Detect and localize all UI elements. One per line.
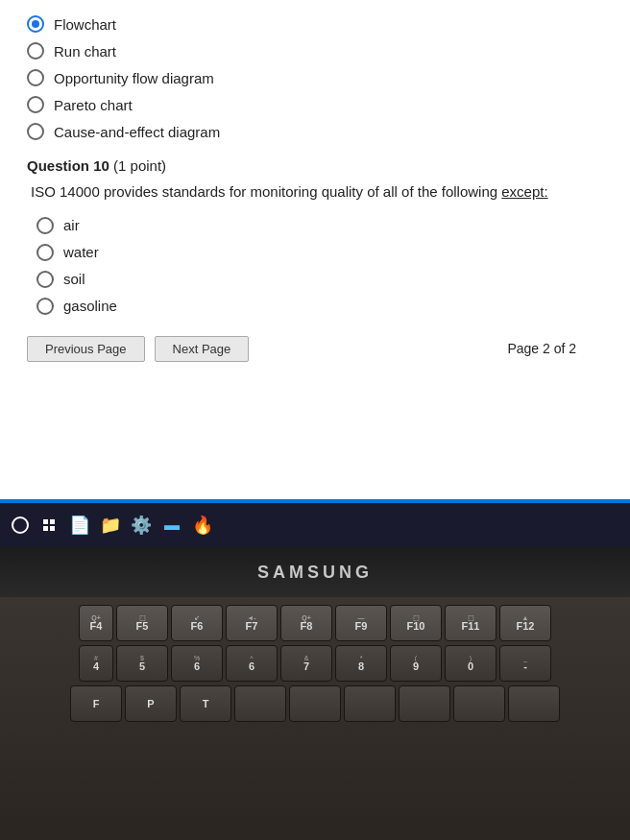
option-water-label: water [63, 244, 99, 260]
key-blank5[interactable] [453, 685, 505, 722]
option-soil-label: soil [63, 271, 85, 287]
radio-runchart[interactable] [27, 42, 44, 60]
radio-flowchart[interactable] [27, 15, 44, 33]
previous-page-button[interactable]: Previous Page [27, 336, 145, 362]
option-cause[interactable]: Cause-and-effect diagram [27, 123, 603, 140]
taskbar: 📄 📁 ⚙️ ▬ 🔥 [0, 501, 630, 547]
content-area: Flowchart Run chart Opportunity flow dia… [0, 0, 630, 499]
option-air[interactable]: air [36, 217, 603, 234]
key-blank3[interactable] [344, 685, 396, 722]
radio-gasoline[interactable] [36, 298, 54, 315]
question-10-section: Question 10 (1 point) ISO 14000 provides… [27, 157, 603, 315]
question-10-text: ISO 14000 provides standards for monitor… [31, 181, 603, 204]
key-6[interactable]: % 6 [171, 645, 223, 682]
key-blank6[interactable] [508, 685, 560, 722]
question-10-points: (1 point) [113, 157, 166, 174]
key-f12[interactable]: ▲ F12 [499, 605, 551, 641]
key-t[interactable]: T [180, 685, 231, 722]
key-f10[interactable]: ⬚ F10 [390, 605, 442, 641]
key-7[interactable]: & 7 [280, 645, 332, 682]
option-pareto[interactable]: Pareto chart [27, 96, 603, 113]
option-opportunity-label: Opportunity flow diagram [54, 70, 214, 86]
key-8[interactable]: * 8 [335, 645, 387, 682]
next-page-button[interactable]: Next Page [155, 336, 250, 362]
option-water[interactable]: water [36, 244, 603, 261]
option-gasoline[interactable]: gasoline [36, 298, 603, 315]
key-9[interactable]: ( 9 [390, 645, 442, 682]
browser-icon[interactable]: 🔥 [192, 515, 213, 536]
question-10-options: air water soil gasoline [36, 217, 603, 315]
radio-water[interactable] [36, 244, 54, 261]
key-blank2[interactable] [289, 685, 341, 722]
radio-soil[interactable] [36, 271, 54, 288]
key-0[interactable]: ) 0 [445, 645, 497, 682]
radio-air[interactable] [36, 217, 54, 234]
key-f4[interactable]: Q+ F4 [79, 605, 113, 641]
samsung-logo: SAMSUNG [257, 563, 373, 583]
page-indicator: Page 2 of 2 [507, 341, 576, 356]
key-f6[interactable]: ↙ F6 [171, 605, 223, 641]
key-5[interactable]: $ 5 [116, 645, 168, 682]
key-f5[interactable]: ⬚ F5 [116, 605, 168, 641]
folder-icon[interactable]: 📁 [100, 515, 121, 536]
samsung-bezel: SAMSUNG [0, 547, 630, 597]
keyboard-number-row: # 4 $ 5 % 6 ^ 6 & 7 * 8 ( 9 ) 0 [4, 645, 626, 682]
question-10-title: Question 10 [27, 157, 109, 174]
keyboard-fn-row: Q+ F4 ⬚ F5 ↙ F6 ◄- F7 Q+ F8 — F9 ⬚ F10 ⬚ [4, 605, 626, 641]
screen: Flowchart Run chart Opportunity flow dia… [0, 0, 630, 499]
keyboard-bottom-row: F P T [4, 685, 626, 722]
key-4[interactable]: # 4 [79, 645, 113, 682]
key-blank4[interactable] [399, 685, 450, 722]
taskbar-bar-icon[interactable]: ▬ [161, 515, 182, 536]
previous-options-group: Flowchart Run chart Opportunity flow dia… [27, 15, 603, 140]
option-runchart[interactable]: Run chart [27, 42, 603, 60]
radio-cause[interactable] [27, 123, 44, 140]
question-10-text-underline: except: [501, 183, 547, 200]
option-flowchart-label: Flowchart [54, 16, 116, 33]
key-f9[interactable]: — F9 [335, 605, 387, 641]
option-opportunity[interactable]: Opportunity flow diagram [27, 69, 603, 86]
search-icon[interactable] [12, 516, 29, 534]
task-view-icon[interactable] [38, 515, 60, 536]
option-air-label: air [63, 217, 80, 233]
option-soil[interactable]: soil [36, 271, 603, 288]
option-pareto-label: Pareto chart [54, 97, 133, 113]
radio-opportunity[interactable] [27, 69, 44, 86]
key-f11[interactable]: ⬚ F11 [445, 605, 497, 641]
key-caret-6[interactable]: ^ 6 [226, 645, 278, 682]
key-f8[interactable]: Q+ F8 [280, 605, 332, 641]
radio-pareto[interactable] [27, 96, 44, 113]
key-f7[interactable]: ◄- F7 [226, 605, 278, 641]
file-icon[interactable]: 📄 [69, 515, 90, 536]
key-minus[interactable]: _ - [499, 645, 551, 682]
key-blank1[interactable] [234, 685, 286, 722]
keyboard-area: Q+ F4 ⬚ F5 ↙ F6 ◄- F7 Q+ F8 — F9 ⬚ F10 ⬚ [0, 597, 630, 840]
settings-icon[interactable]: ⚙️ [131, 515, 152, 536]
option-runchart-label: Run chart [54, 43, 116, 60]
question-10-text-before: ISO 14000 provides standards for monitor… [31, 183, 501, 200]
key-F[interactable]: F [70, 685, 122, 722]
navigation-row: Previous Page Next Page Page 2 of 2 [27, 336, 603, 362]
option-gasoline-label: gasoline [63, 298, 117, 314]
question-10-header: Question 10 (1 point) [27, 157, 603, 174]
option-flowchart[interactable]: Flowchart [27, 15, 603, 33]
key-p[interactable]: P [125, 685, 177, 722]
option-cause-label: Cause-and-effect diagram [54, 124, 220, 140]
